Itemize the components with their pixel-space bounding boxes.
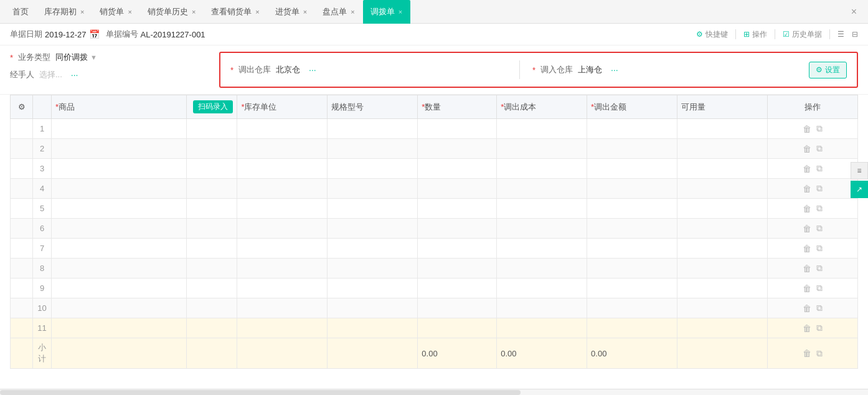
row-available-7[interactable] [677, 239, 768, 259]
copy-icon-2[interactable]: ⧉ [816, 143, 823, 154]
row-amount-4[interactable] [587, 179, 677, 199]
row-amount-9[interactable] [587, 278, 677, 298]
delete-icon-subtotal[interactable]: 🗑 [803, 348, 811, 358]
row-product-4[interactable] [52, 179, 187, 199]
col-scan[interactable]: 扫码录入 [187, 95, 237, 119]
row-cost-1[interactable] [497, 119, 587, 139]
row-available-4[interactable] [677, 179, 768, 199]
tab-close-sales-order[interactable]: × [128, 8, 131, 16]
row-amount-7[interactable] [587, 239, 677, 259]
row-spec-6[interactable] [328, 219, 418, 239]
row-product-5[interactable] [52, 199, 187, 219]
row-unit-11[interactable] [237, 318, 328, 338]
copy-icon-1[interactable]: ⧉ [816, 123, 823, 134]
row-unit-9[interactable] [237, 278, 328, 298]
row-cost-5[interactable] [497, 199, 587, 219]
row-spec-3[interactable] [328, 159, 418, 179]
tab-sales-history[interactable]: 销货单历史 × [140, 0, 204, 24]
out-warehouse-value[interactable]: 北京仓 [276, 64, 300, 75]
copy-icon-8[interactable]: ⧉ [816, 263, 823, 274]
row-unit-8[interactable] [237, 259, 328, 278]
tab-close-transfer[interactable]: × [399, 8, 402, 16]
delete-icon-1[interactable]: 🗑 [803, 124, 811, 134]
tab-inventory-init[interactable]: 库存期初 × [37, 0, 92, 24]
delete-icon-6[interactable]: 🗑 [803, 224, 811, 234]
delete-icon-10[interactable]: 🗑 [803, 303, 811, 313]
row-unit-7[interactable] [237, 239, 328, 259]
row-cost-10[interactable] [497, 298, 587, 318]
row-product-10[interactable] [52, 298, 187, 318]
tab-close-inventory-init[interactable]: × [80, 8, 84, 16]
copy-icon-9[interactable]: ⧉ [816, 283, 823, 293]
row-product-8[interactable] [52, 259, 187, 278]
delete-icon-7[interactable]: 🗑 [803, 244, 811, 254]
row-amount-11[interactable] [587, 318, 677, 338]
row-unit-4[interactable] [237, 179, 328, 199]
row-product-1[interactable] [52, 119, 187, 139]
row-amount-10[interactable] [587, 298, 677, 318]
handler-more-button[interactable]: ··· [71, 70, 78, 80]
history-button[interactable]: ☑ 历史单据 [783, 29, 822, 40]
tab-sales-order[interactable]: 销货单 × [92, 0, 139, 24]
row-product-6[interactable] [52, 219, 187, 239]
tab-close-stocktake[interactable]: × [351, 8, 354, 16]
shortcuts-button[interactable]: ⚙ 快捷键 [696, 29, 728, 40]
settings-button[interactable]: ⚙ 设置 [809, 62, 847, 79]
side-expand-button[interactable]: ↗ [851, 181, 868, 198]
copy-icon-10[interactable]: ⧉ [816, 303, 823, 313]
row-spec-7[interactable] [328, 239, 418, 259]
row-amount-6[interactable] [587, 219, 677, 239]
row-unit-2[interactable] [237, 139, 328, 159]
row-qty-4[interactable] [418, 179, 497, 199]
row-available-5[interactable] [677, 199, 768, 219]
delete-icon-8[interactable]: 🗑 [803, 264, 811, 274]
copy-icon-6[interactable]: ⧉ [816, 223, 823, 234]
tab-close-purchase[interactable]: × [303, 8, 307, 16]
row-spec-10[interactable] [328, 298, 418, 318]
tab-home[interactable]: 首页 [5, 0, 37, 24]
row-spec-9[interactable] [328, 278, 418, 298]
row-product-2[interactable] [52, 139, 187, 159]
row-available-6[interactable] [677, 219, 768, 239]
row-unit-10[interactable] [237, 298, 328, 318]
layout-button1[interactable]: ☰ [837, 30, 844, 39]
row-available-10[interactable] [677, 298, 768, 318]
row-amount-3[interactable] [587, 159, 677, 179]
row-amount-5[interactable] [587, 199, 677, 219]
in-warehouse-more-button[interactable]: ··· [611, 65, 618, 75]
tab-transfer[interactable]: 调拨单 × [363, 0, 410, 24]
row-qty-1[interactable] [418, 119, 497, 139]
date-value[interactable]: 2019-12-27 [45, 30, 87, 39]
row-qty-7[interactable] [418, 239, 497, 259]
tab-stocktake[interactable]: 盘点单 × [315, 0, 362, 24]
delete-icon-5[interactable]: 🗑 [803, 204, 811, 214]
row-available-2[interactable] [677, 139, 768, 159]
copy-icon-7[interactable]: ⧉ [816, 243, 823, 254]
row-cost-9[interactable] [497, 278, 587, 298]
row-product-3[interactable] [52, 159, 187, 179]
row-unit-6[interactable] [237, 219, 328, 239]
row-cost-2[interactable] [497, 139, 587, 159]
scrollbar-thumb[interactable] [0, 390, 521, 395]
row-cost-3[interactable] [497, 159, 587, 179]
row-cost-4[interactable] [497, 179, 587, 199]
copy-icon-subtotal[interactable]: ⧉ [816, 348, 823, 359]
row-spec-5[interactable] [328, 199, 418, 219]
row-cost-6[interactable] [497, 219, 587, 239]
row-product-7[interactable] [52, 239, 187, 259]
delete-icon-4[interactable]: 🗑 [803, 184, 811, 194]
row-spec-2[interactable] [328, 139, 418, 159]
row-available-8[interactable] [677, 259, 768, 278]
operations-button[interactable]: ⊞ 操作 [743, 29, 767, 40]
calendar-icon[interactable]: 📅 [89, 29, 100, 39]
copy-icon-11[interactable]: ⧉ [816, 323, 823, 333]
window-close-button[interactable]: × [845, 6, 863, 17]
row-spec-11[interactable] [328, 318, 418, 338]
row-amount-8[interactable] [587, 259, 677, 278]
row-qty-2[interactable] [418, 139, 497, 159]
side-document-button[interactable]: ≡ [851, 162, 868, 179]
tab-close-sales-history[interactable]: × [192, 8, 196, 16]
row-unit-5[interactable] [237, 199, 328, 219]
row-product-11[interactable] [52, 318, 187, 338]
copy-icon-5[interactable]: ⧉ [816, 203, 823, 214]
